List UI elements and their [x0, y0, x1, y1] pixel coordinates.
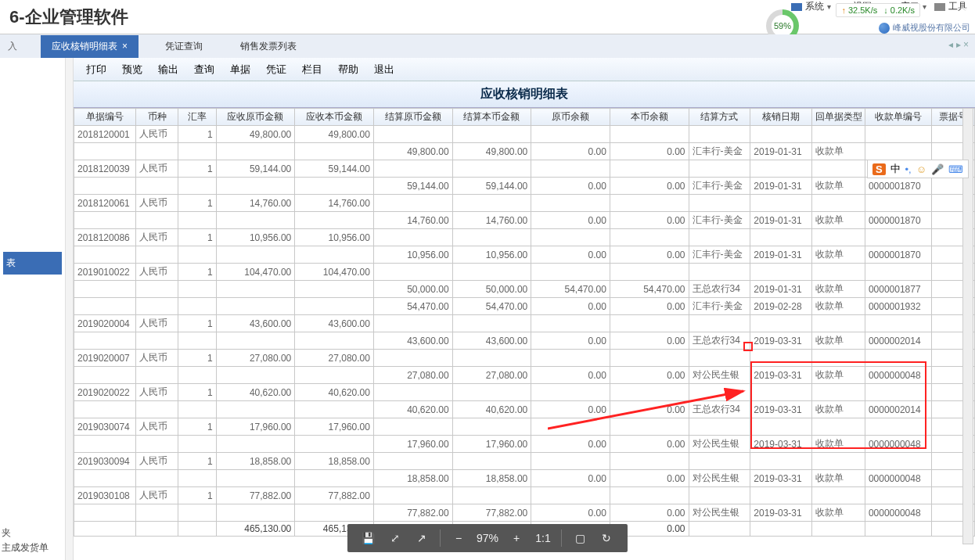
zoom-out-icon[interactable]: −: [450, 532, 467, 544]
table-row[interactable]: 77,882.0077,882.000.000.00对公民生银2019-03-3…: [74, 504, 975, 522]
title-bar: 6-企业管理软件 系统▾ 视图▾ 窗口▾ 工具 59% ↑ 32.5K/s ↓ …: [0, 0, 975, 34]
table-row[interactable]: 49,800.0049,800.000.000.00汇丰行-美金2019-01-…: [74, 143, 975, 160]
ime-lang: 中: [890, 162, 901, 176]
table-row[interactable]: 59,144.0059,144.000.000.00汇丰行-美金2019-01-…: [74, 178, 975, 195]
table-row[interactable]: 2019030074人民币117,960.0017,960.00: [74, 418, 975, 436]
toolbar-doc[interactable]: 单据: [225, 61, 255, 78]
table-row[interactable]: 2019030094人民币118,858.0018,858.00: [74, 453, 975, 470]
table-row[interactable]: 43,600.0043,600.000.000.00王总农行342019-03-…: [74, 332, 975, 350]
tabstrip-controls[interactable]: ◂ ▸ ×: [948, 39, 969, 50]
report-title: 应收核销明细表: [74, 81, 975, 108]
table-row[interactable]: 2019030108人民币177,882.0077,882.00: [74, 487, 975, 504]
toolbar-output[interactable]: 输出: [153, 61, 183, 78]
table-row[interactable]: 10,956.0010,956.000.000.00汇丰行-美金2019-01-…: [74, 246, 975, 264]
bottom-left-labels: 夹 主成发货单: [2, 526, 49, 555]
sidebar-item-table[interactable]: 表: [3, 252, 62, 275]
table-header-row: 单据编号币种汇率 应收原币金额应收本币金额 结算原币金额结算本币金额 原币余额本…: [74, 109, 975, 126]
report-table-wrap[interactable]: 单据编号币种汇率 应收原币金额应收本币金额 结算原币金额结算本币金额 原币余额本…: [74, 108, 975, 544]
ime-punct-icon[interactable]: •,: [905, 163, 912, 175]
tab-voucher-query[interactable]: 凭证查询: [154, 35, 214, 58]
toolbar-preview[interactable]: 预览: [117, 61, 147, 78]
company-name: 峰威视股份有限公司: [879, 22, 970, 34]
network-speed: ↑ 32.5K/s ↓ 0.2K/s: [836, 3, 920, 17]
tab-invoice-list[interactable]: 销售发票列表: [229, 35, 308, 58]
menu-system[interactable]: 系统▾: [791, 0, 831, 13]
splitter[interactable]: [66, 58, 74, 560]
table-row[interactable]: 2018120086人民币110,956.0010,956.00: [74, 229, 975, 246]
zoom-in-icon[interactable]: +: [508, 532, 525, 544]
toolbar-exit[interactable]: 退出: [369, 61, 399, 78]
share-icon[interactable]: ↗: [413, 532, 430, 544]
fit-icon[interactable]: 1:1: [534, 532, 552, 544]
chevron-down-icon: ▾: [923, 2, 926, 11]
crop-icon[interactable]: ▢: [571, 532, 588, 544]
tool-icon: [934, 3, 945, 11]
toolbar-query[interactable]: 查询: [189, 61, 219, 78]
toolbar-help[interactable]: 帮助: [333, 61, 363, 78]
close-icon[interactable]: ×: [962, 3, 970, 20]
table-row[interactable]: 27,080.0027,080.000.000.00对公民生银2019-03-3…: [74, 367, 975, 384]
table-row[interactable]: 50,000.0050,000.0054,470.0054,470.00王总农行…: [74, 281, 975, 298]
table-row[interactable]: 2019020007人民币127,080.0027,080.00: [74, 350, 975, 367]
table-row[interactable]: 2018120061人民币114,760.0014,760.00: [74, 195, 975, 212]
report-table: 单据编号币种汇率 应收原币金额应收本币金额 结算原币金额结算本币金额 原币余额本…: [74, 108, 975, 537]
zoom-bar: 💾 ⤢ ↗ − 97% + 1:1 ▢ ↻: [347, 524, 628, 552]
toolbar-print[interactable]: 打印: [81, 61, 111, 78]
table-row[interactable]: 40,620.0040,620.000.000.00王总农行342019-03-…: [74, 401, 975, 418]
save-icon[interactable]: 💾: [360, 532, 377, 544]
left-sidebar: 表: [0, 58, 66, 560]
arrow-down-icon: ↓: [883, 5, 888, 15]
toolbar: 打印 预览 输出 查询 单据 凭证 栏目 帮助 退出: [74, 58, 975, 81]
ime-logo-icon: S: [872, 163, 886, 175]
tab-entry-caption: 入: [8, 40, 17, 53]
tab-close-icon[interactable]: ×: [122, 41, 128, 52]
ime-mic-icon[interactable]: 🎤: [931, 163, 944, 175]
table-row[interactable]: 2019020022人民币140,620.0040,620.00: [74, 384, 975, 401]
table-row[interactable]: 14,760.0014,760.000.000.00汇丰行-美金2019-01-…: [74, 212, 975, 229]
tab-strip: 入 应收核销明细表× 凭证查询 销售发票列表 ◂ ▸ ×: [0, 34, 975, 58]
table-row[interactable]: 2019010022人民币1104,470.00104,470.00: [74, 264, 975, 281]
toolbar-column[interactable]: 栏目: [297, 61, 327, 78]
report-panel: 打印 预览 输出 查询 单据 凭证 栏目 帮助 退出 应收核销明细表 单: [74, 58, 975, 560]
table-row[interactable]: 54,470.0054,470.000.000.00汇丰行-美金2019-02-…: [74, 298, 975, 315]
chevron-down-icon: ▾: [827, 2, 831, 11]
arrow-up-icon: ↑: [841, 5, 846, 15]
rotate-icon[interactable]: ↻: [598, 532, 615, 544]
table-row[interactable]: 2018120039人民币159,144.0059,144.00: [74, 160, 975, 178]
zoom-percent: 97%: [477, 532, 498, 544]
ime-widget[interactable]: S 中 •, ☺ 🎤 ⌨: [867, 160, 969, 178]
table-row[interactable]: 18,858.0018,858.000.000.00对公民生银2019-03-3…: [74, 470, 975, 487]
globe-icon: [879, 23, 890, 34]
table-row[interactable]: 2019020004人民币143,600.0043,600.00: [74, 315, 975, 332]
ime-face-icon[interactable]: ☺: [916, 163, 926, 175]
table-row[interactable]: 2018120001人民币149,800.0049,800.00: [74, 126, 975, 143]
expand-icon[interactable]: ⤢: [387, 532, 404, 544]
tab-report[interactable]: 应收核销明细表×: [41, 35, 139, 58]
table-row[interactable]: 17,960.0017,960.000.000.00对公民生银2019-03-3…: [74, 436, 975, 453]
monitor-icon: [791, 3, 802, 11]
app-title: 6-企业管理软件: [9, 5, 128, 29]
ime-keyboard-icon[interactable]: ⌨: [948, 163, 963, 175]
toolbar-voucher[interactable]: 凭证: [261, 61, 291, 78]
